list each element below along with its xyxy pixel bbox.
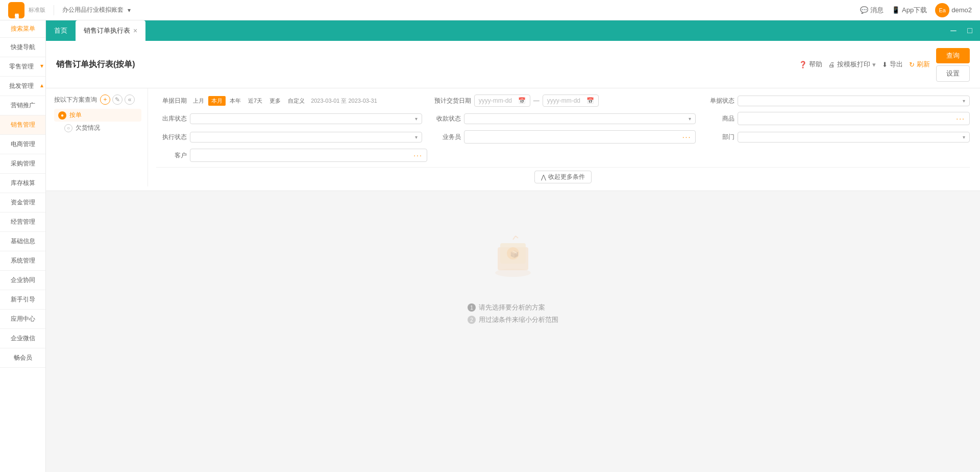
svg-line-6 (516, 236, 518, 238)
sidebar-item-finance[interactable]: 资金管理 (0, 193, 45, 213)
filter-doc-status: 单据状态 ▾ (704, 96, 970, 106)
sidebar: 搜索菜单 快捷导航 零售管理 ▾ 批发管理 ▴ 营销推广 销售管理 电商管理 采… (0, 20, 46, 472)
nav-dropdown-icon[interactable]: ▾ (128, 7, 131, 14)
message-icon: 💬 (860, 6, 868, 14)
sidebar-item-basic[interactable]: 基础信息 (0, 232, 45, 251)
status-select[interactable]: ▾ (738, 96, 970, 106)
sidebar-item-quicknav[interactable]: 快捷导航 (0, 38, 45, 57)
plan-item-single[interactable]: ● 按单 (54, 109, 141, 122)
sidebar-item-inventory[interactable]: 库存核算 (0, 174, 45, 193)
sidebar-item-ops[interactable]: 经营管理 (0, 213, 45, 232)
user-profile[interactable]: Ea demo2 (935, 3, 972, 17)
goods-label: 商品 (704, 114, 734, 123)
filter-date-item: 单据日期 上月 本月 本年 近7天 更多 自定义 (156, 96, 422, 106)
plan-header: 按以下方案查询 + ✎ « (54, 95, 141, 105)
date-cur-btn[interactable]: 本月 (208, 96, 226, 106)
salesperson-label: 业务员 (430, 133, 461, 141)
date-year-btn[interactable]: 本年 (227, 96, 244, 106)
print-label: 按模板打印 (837, 60, 870, 69)
sidebar-item-ecommerce[interactable]: 电商管理 (0, 135, 45, 154)
sidebar-item-apps[interactable]: 应用中心 (0, 310, 45, 329)
date-prev-btn[interactable]: 上月 (190, 96, 207, 106)
topbar-right: 💬 消息 📱 App下载 Ea demo2 (860, 3, 972, 17)
step-2-text: 用过滤条件来缩小分析范围 (479, 315, 558, 324)
collapse-label: 收起更多条件 (548, 173, 585, 181)
message-label: 消息 (870, 6, 884, 15)
refresh-btn[interactable]: ↻ 刷新 (909, 60, 930, 69)
message-btn[interactable]: 💬 消息 (860, 6, 884, 15)
department-select[interactable]: ▾ (738, 132, 970, 143)
filter-out-status: 出库状态 ▾ (156, 113, 422, 124)
refresh-icon: ↻ (909, 61, 915, 68)
sidebar-search[interactable]: 搜索菜单 (0, 20, 45, 38)
filter-receive-status: 收款状态 ▾ (430, 113, 696, 124)
filter-controls: 单据日期 上月 本月 本年 近7天 更多 自定义 (148, 88, 980, 186)
page-header: 销售订单执行表(按单) ❓ 帮助 🖨 按模板打印 ▾ ⬇ 导出 (46, 41, 980, 88)
tab-home[interactable]: 首页 (46, 20, 76, 41)
exec-status-select[interactable]: ▾ (190, 132, 422, 143)
logo: 畅捷通好生意 (8, 2, 24, 18)
tab-sales-order[interactable]: 销售订单执行表 × (76, 20, 145, 41)
tabbar: 首页 销售订单执行表 × ─ □ (46, 20, 980, 41)
customer-select[interactable]: ··· (190, 149, 427, 162)
tab-close-btn[interactable]: × (133, 27, 137, 35)
sidebar-item-marketing[interactable]: 营销推广 (0, 96, 45, 115)
expected-start-placeholder: yyyy-mm-dd (479, 97, 512, 104)
empty-state: 📦 1 请先选择要分析的方案 2 用过滤条件来缩小分析范围 (46, 191, 980, 368)
help-label: 帮助 (809, 60, 822, 69)
calendar-icon-1: 📅 (518, 97, 526, 104)
topbar-nav-title: 办公用品行业模拟账套 (62, 6, 124, 14)
query-button[interactable]: 查询 (936, 48, 970, 63)
out-status-select[interactable]: ▾ (190, 113, 422, 124)
date-7days-btn[interactable]: 近7天 (245, 96, 265, 106)
sidebar-item-system[interactable]: 系统管理 (0, 251, 45, 271)
tab-min-btn[interactable]: ─ (947, 25, 960, 37)
expected-date-label: 预计交货日期 (430, 97, 471, 105)
filter-body: 按以下方案查询 + ✎ « ● 按单 ○ (46, 88, 980, 186)
exec-status-chevron: ▾ (415, 134, 418, 140)
export-label: 导出 (890, 60, 903, 69)
date-label: 单据日期 (156, 97, 187, 105)
filter-exec-status: 执行状态 ▾ (156, 132, 422, 143)
refresh-label: 刷新 (917, 60, 930, 69)
tab-max-btn[interactable]: □ (964, 25, 976, 37)
avatar-initials: Ea (939, 7, 946, 13)
receive-status-select[interactable]: ▾ (464, 113, 696, 124)
print-btn[interactable]: 🖨 按模板打印 ▾ (828, 60, 876, 69)
plan-collapse-btn[interactable]: « (125, 95, 135, 105)
goods-select[interactable]: ··· (738, 112, 970, 125)
date-custom-btn[interactable]: 自定义 (285, 96, 308, 106)
sidebar-item-newbie[interactable]: 新手引导 (0, 290, 45, 310)
plan-sub-item-shortage[interactable]: ○ 欠货情况 (54, 122, 141, 134)
plan-edit-btn[interactable]: ✎ (112, 95, 122, 105)
export-btn[interactable]: ⬇ 导出 (882, 60, 903, 69)
sidebar-item-retail[interactable]: 零售管理 ▾ (0, 57, 45, 77)
set-button[interactable]: 设置 (936, 65, 970, 82)
salesperson-select[interactable]: ··· (464, 130, 696, 144)
plan-add-btn[interactable]: + (100, 95, 110, 105)
collapse-more-btn[interactable]: ⋀ 收起更多条件 (534, 171, 592, 183)
expected-date-start[interactable]: yyyy-mm-dd 📅 (474, 95, 530, 107)
sidebar-item-purchase[interactable]: 采购管理 (0, 154, 45, 174)
sidebar-item-member[interactable]: 畅会员 (0, 348, 45, 368)
help-icon: ❓ (799, 61, 807, 68)
sidebar-item-corp[interactable]: 企业协同 (0, 271, 45, 290)
app-label: App下载 (902, 6, 927, 15)
filter-row-1: 单据日期 上月 本月 本年 近7天 更多 自定义 (156, 95, 970, 107)
plan-actions: + ✎ « (100, 95, 135, 105)
receive-status-chevron: ▾ (689, 116, 691, 122)
sidebar-item-sales[interactable]: 销售管理 (0, 115, 45, 135)
sidebar-item-wholesale[interactable]: 批发管理 ▴ (0, 77, 45, 96)
date-more-btn[interactable]: 更多 (266, 96, 284, 106)
exec-status-label: 执行状态 (156, 133, 187, 141)
tab-active-label: 销售订单执行表 (84, 26, 130, 35)
help-btn[interactable]: ❓ 帮助 (799, 60, 822, 69)
status-chevron-icon: ▾ (963, 98, 965, 104)
app-download-btn[interactable]: 📱 App下载 (892, 6, 927, 15)
date-range-text: 2023-03-01 至 2023-03-31 (311, 97, 377, 105)
print-dropdown-icon[interactable]: ▾ (872, 61, 876, 68)
topbar: 畅捷通好生意 标准版 办公用品行业模拟账套 ▾ 💬 消息 📱 App下载 Ea … (0, 0, 980, 20)
sidebar-item-wechat[interactable]: 企业微信 (0, 329, 45, 348)
expected-date-end[interactable]: yyyy-mm-dd 📅 (543, 95, 599, 107)
user-name: demo2 (951, 6, 972, 14)
